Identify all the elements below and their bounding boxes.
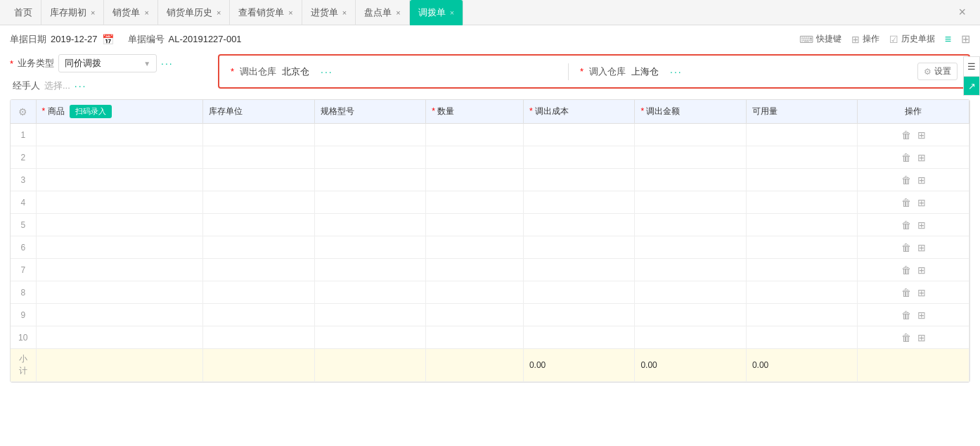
cell-spec[interactable] xyxy=(314,259,426,281)
copy-row-button[interactable]: ⊞ xyxy=(915,219,928,231)
cell-cost[interactable] xyxy=(523,146,635,169)
operate-action[interactable]: ⊞ 操作 xyxy=(851,33,879,45)
cell-avail[interactable] xyxy=(746,169,858,191)
handler-input[interactable]: 选择... xyxy=(44,79,70,92)
cell-amount[interactable] xyxy=(635,191,747,214)
cell-cost[interactable] xyxy=(523,304,635,326)
cell-product[interactable] xyxy=(36,124,203,146)
tab-stocktake[interactable]: 盘点单 × xyxy=(356,0,409,25)
layout-grid-icon[interactable]: ⊞ xyxy=(961,32,970,46)
close-all-tabs[interactable]: × xyxy=(950,5,974,20)
delete-row-button[interactable]: 🗑 xyxy=(899,265,913,276)
cell-spec[interactable] xyxy=(314,304,426,326)
shortcut-action[interactable]: ⌨ 快捷键 xyxy=(799,33,842,45)
cell-unit[interactable] xyxy=(203,214,315,236)
business-type-dropdown[interactable]: 同价调拨 ▼ xyxy=(58,54,157,72)
cell-amount[interactable] xyxy=(635,214,747,236)
cell-unit[interactable] xyxy=(203,146,315,169)
cell-spec[interactable] xyxy=(314,326,426,349)
cell-cost[interactable] xyxy=(523,214,635,236)
cell-product[interactable] xyxy=(36,326,203,349)
tab-close-sales-history[interactable]: × xyxy=(217,8,221,17)
calendar-icon[interactable]: 📅 xyxy=(102,34,114,45)
cell-avail[interactable] xyxy=(746,326,858,349)
cell-spec[interactable] xyxy=(314,146,426,169)
cell-unit[interactable] xyxy=(203,236,315,259)
cell-unit[interactable] xyxy=(203,169,315,191)
tab-view-sales[interactable]: 查看销货单 × xyxy=(230,0,302,25)
tab-close-transfer[interactable]: × xyxy=(450,8,454,17)
delete-row-button[interactable]: 🗑 xyxy=(899,310,913,321)
cell-qty[interactable] xyxy=(426,124,524,146)
scan-button[interactable]: 扫码录入 xyxy=(70,105,112,118)
cell-unit[interactable] xyxy=(203,124,315,146)
cell-amount[interactable] xyxy=(635,124,747,146)
tab-close-stocktake[interactable]: × xyxy=(396,8,400,17)
cell-qty[interactable] xyxy=(426,281,524,304)
in-warehouse-more[interactable]: ··· xyxy=(670,66,683,77)
cell-product[interactable] xyxy=(36,281,203,304)
cell-product[interactable] xyxy=(36,304,203,326)
copy-row-button[interactable]: ⊞ xyxy=(915,287,928,298)
cell-qty[interactable] xyxy=(426,146,524,169)
delete-row-button[interactable]: 🗑 xyxy=(899,287,913,298)
cell-avail[interactable] xyxy=(746,124,858,146)
cell-avail[interactable] xyxy=(746,281,858,304)
delete-row-button[interactable]: 🗑 xyxy=(899,129,913,141)
tab-transfer[interactable]: 调拨单 × xyxy=(410,0,463,25)
cell-avail[interactable] xyxy=(746,304,858,326)
copy-row-button[interactable]: ⊞ xyxy=(915,129,928,141)
copy-row-button[interactable]: ⊞ xyxy=(915,197,928,208)
cell-cost[interactable] xyxy=(523,236,635,259)
cell-amount[interactable] xyxy=(635,259,747,281)
cell-cost[interactable] xyxy=(523,259,635,281)
cell-spec[interactable] xyxy=(314,191,426,214)
cell-spec[interactable] xyxy=(314,124,426,146)
cell-qty[interactable] xyxy=(426,326,524,349)
tab-close-view-sales[interactable]: × xyxy=(288,8,292,17)
cell-unit[interactable] xyxy=(203,191,315,214)
cell-unit[interactable] xyxy=(203,259,315,281)
delete-row-button[interactable]: 🗑 xyxy=(899,242,913,253)
right-panel-expand-btn[interactable]: ↗ xyxy=(963,76,980,96)
tab-inventory-init[interactable]: 库存期初 × xyxy=(41,0,104,25)
copy-row-button[interactable]: ⊞ xyxy=(915,310,928,321)
cell-product[interactable] xyxy=(36,236,203,259)
cell-spec[interactable] xyxy=(314,214,426,236)
cell-qty[interactable] xyxy=(426,236,524,259)
business-type-more[interactable]: ··· xyxy=(161,58,174,69)
copy-row-button[interactable]: ⊞ xyxy=(915,265,928,276)
cell-spec[interactable] xyxy=(314,169,426,191)
cell-product[interactable] xyxy=(36,214,203,236)
cell-amount[interactable] xyxy=(635,146,747,169)
table-gear-icon[interactable]: ⚙ xyxy=(18,106,27,117)
cell-avail[interactable] xyxy=(746,259,858,281)
cell-qty[interactable] xyxy=(426,191,524,214)
cell-unit[interactable] xyxy=(203,326,315,349)
tab-purchase-order[interactable]: 进货单 × xyxy=(302,0,356,25)
delete-row-button[interactable]: 🗑 xyxy=(899,332,913,343)
cell-cost[interactable] xyxy=(523,169,635,191)
cell-cost[interactable] xyxy=(523,326,635,349)
cell-amount[interactable] xyxy=(635,304,747,326)
tab-close-inventory-init[interactable]: × xyxy=(91,8,95,17)
history-action[interactable]: ☑ 历史单据 xyxy=(889,33,935,45)
cell-avail[interactable] xyxy=(746,214,858,236)
tab-sales-history[interactable]: 销货单历史 × xyxy=(158,0,230,25)
tab-sales-order[interactable]: 销货单 × xyxy=(104,0,157,25)
cell-amount[interactable] xyxy=(635,326,747,349)
cell-qty[interactable] xyxy=(426,214,524,236)
cell-unit[interactable] xyxy=(203,281,315,304)
cell-avail[interactable] xyxy=(746,236,858,259)
cell-product[interactable] xyxy=(36,169,203,191)
cell-product[interactable] xyxy=(36,259,203,281)
cell-amount[interactable] xyxy=(635,236,747,259)
delete-row-button[interactable]: 🗑 xyxy=(899,152,913,163)
right-panel-notes-btn[interactable]: ☰ xyxy=(963,56,980,76)
cell-avail[interactable] xyxy=(746,191,858,214)
cell-cost[interactable] xyxy=(523,191,635,214)
cell-qty[interactable] xyxy=(426,169,524,191)
cell-spec[interactable] xyxy=(314,281,426,304)
settings-button[interactable]: ⚙ 设置 xyxy=(917,63,958,80)
delete-row-button[interactable]: 🗑 xyxy=(899,219,913,231)
